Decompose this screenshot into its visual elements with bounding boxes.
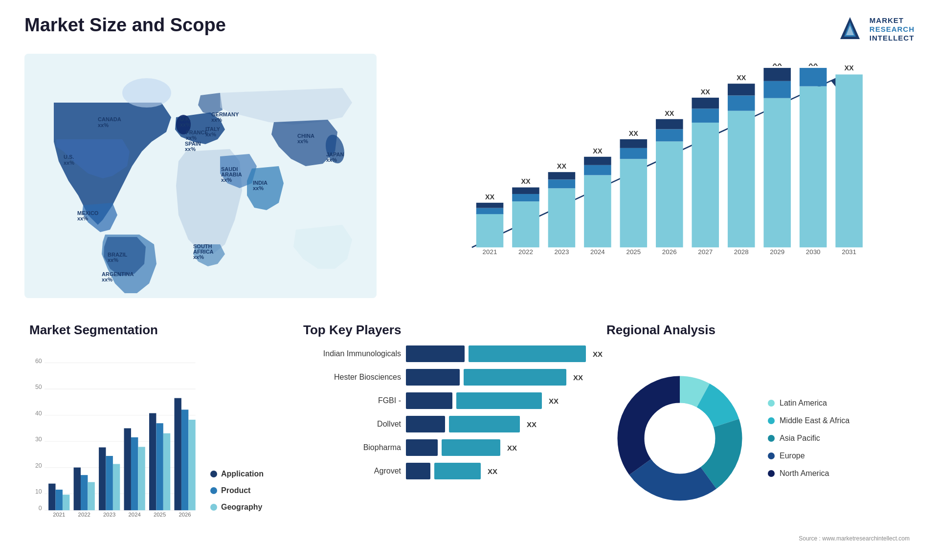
player-bar-light <box>434 463 481 479</box>
player-value: XX <box>593 350 603 358</box>
player-bar-light <box>464 369 566 386</box>
svg-rect-121 <box>138 447 145 511</box>
logo-area: MARKET RESEARCH INTELLECT <box>835 15 915 44</box>
svg-text:xx%: xx% <box>253 185 264 191</box>
seg-content: 60 50 40 30 20 10 0 <box>29 345 274 531</box>
geography-dot <box>210 504 217 511</box>
svg-rect-57 <box>584 165 611 175</box>
player-bar-dark <box>406 345 465 362</box>
svg-text:XX: XX <box>845 64 854 72</box>
player-name: Biopharma <box>303 443 401 452</box>
svg-rect-127 <box>174 398 181 511</box>
player-row: FGBI - XX <box>303 392 577 409</box>
player-name: Indian Immunologicals <box>303 349 401 358</box>
svg-text:XX: XX <box>557 162 567 170</box>
legend-middle-east-africa: Middle East & Africa <box>768 416 910 425</box>
svg-text:2024: 2024 <box>129 512 141 517</box>
svg-text:2030: 2030 <box>806 248 821 256</box>
svg-rect-116 <box>106 456 112 510</box>
svg-text:2028: 2028 <box>734 248 749 256</box>
legend-product: Product <box>210 486 274 495</box>
legend-asia-pacific: Asia Pacific <box>768 434 910 443</box>
product-dot <box>210 487 217 494</box>
svg-text:xx%: xx% <box>221 177 232 183</box>
svg-text:XX: XX <box>737 74 746 82</box>
svg-text:XX: XX <box>593 147 603 155</box>
svg-rect-42 <box>476 208 504 215</box>
svg-rect-72 <box>692 108 719 123</box>
player-value: XX <box>573 373 583 382</box>
donut-container <box>606 365 753 512</box>
svg-rect-66 <box>656 141 683 247</box>
svg-text:2021: 2021 <box>483 248 497 256</box>
asia-pacific-dot <box>768 435 775 442</box>
svg-rect-120 <box>131 437 138 510</box>
svg-rect-48 <box>512 188 539 194</box>
segmentation-section: Market Segmentation 60 50 40 30 20 10 0 <box>24 318 279 552</box>
svg-rect-58 <box>584 157 611 165</box>
svg-text:XX: XX <box>773 64 782 67</box>
svg-rect-128 <box>181 409 188 510</box>
svg-text:xx%: xx% <box>108 257 118 263</box>
svg-text:xx%: xx% <box>98 122 109 128</box>
svg-rect-67 <box>656 129 683 141</box>
player-name: Dollvet <box>303 420 401 429</box>
svg-rect-41 <box>476 213 504 247</box>
svg-text:XX: XX <box>665 109 674 117</box>
svg-rect-51 <box>548 188 576 247</box>
latin-america-dot <box>768 400 775 407</box>
europe-dot <box>768 452 775 459</box>
legend-latin-america: Latin America <box>768 399 910 408</box>
map-section: CANADA xx% U.S. xx% MEXICO xx% BRAZIL xx… <box>24 54 377 298</box>
svg-rect-43 <box>476 203 504 208</box>
svg-rect-61 <box>620 159 648 247</box>
regional-content: Latin America Middle East & Africa Asia … <box>606 345 910 531</box>
player-bar-light <box>456 392 542 409</box>
svg-rect-123 <box>149 413 156 511</box>
svg-rect-119 <box>124 428 131 510</box>
svg-rect-81 <box>763 98 791 247</box>
svg-rect-56 <box>584 175 611 247</box>
player-name: Hester Biosciences <box>303 373 401 382</box>
svg-text:XX: XX <box>629 129 639 137</box>
svg-text:2023: 2023 <box>103 512 115 517</box>
svg-rect-78 <box>728 84 755 95</box>
svg-rect-76 <box>728 111 755 248</box>
player-bar-dark <box>406 439 438 456</box>
svg-text:xx%: xx% <box>180 122 191 128</box>
svg-text:XX: XX <box>521 177 531 185</box>
player-name: FGBI - <box>303 396 401 405</box>
svg-text:xx%: xx% <box>185 146 196 152</box>
svg-text:2027: 2027 <box>698 248 713 256</box>
player-row: Dollvet XX <box>303 416 577 432</box>
player-value: XX <box>527 420 537 429</box>
player-row: Hester Biosciences XX <box>303 369 577 386</box>
player-name: Agrovet <box>303 467 401 475</box>
seg-legend: Application Product Geography <box>210 470 274 531</box>
svg-point-137 <box>645 403 715 474</box>
svg-text:50: 50 <box>35 384 42 390</box>
svg-point-4 <box>122 78 171 108</box>
svg-rect-125 <box>163 433 170 510</box>
svg-text:2025: 2025 <box>626 248 641 256</box>
player-bar-dark <box>406 369 460 386</box>
player-row: Agrovet XX <box>303 463 577 479</box>
svg-text:xx%: xx% <box>64 160 74 166</box>
svg-text:xx%: xx% <box>186 135 197 141</box>
page-container: Market Size and Scope MARKET RESEARCH IN… <box>0 0 939 560</box>
player-bar-dark <box>406 416 445 432</box>
svg-rect-83 <box>763 68 791 81</box>
bottom-row: Market Segmentation 60 50 40 30 20 10 0 <box>24 318 915 552</box>
svg-text:2031: 2031 <box>842 248 856 256</box>
svg-text:2026: 2026 <box>179 512 191 517</box>
regional-legend: Latin America Middle East & Africa Asia … <box>768 399 910 478</box>
svg-text:XX: XX <box>485 193 495 201</box>
players-bars: Indian Immunologicals XX Hester Bioscien… <box>303 345 577 479</box>
header: Market Size and Scope MARKET RESEARCH IN… <box>24 15 915 44</box>
svg-rect-109 <box>63 495 69 510</box>
svg-text:2029: 2029 <box>770 248 784 256</box>
regional-title: Regional Analysis <box>606 323 910 338</box>
svg-rect-87 <box>800 68 827 86</box>
svg-text:xx%: xx% <box>205 131 216 137</box>
players-title: Top Key Players <box>303 323 577 338</box>
